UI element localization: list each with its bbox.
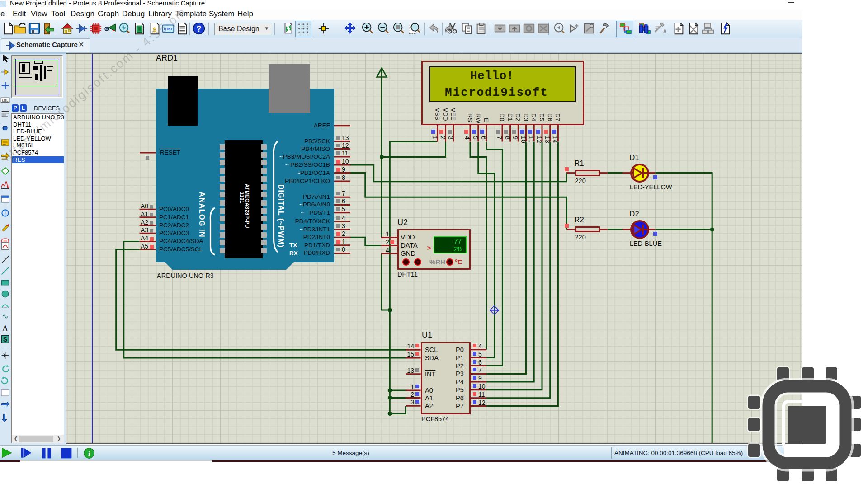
svg-text:LBL: LBL (2, 99, 9, 103)
svg-text:S: S (3, 336, 8, 343)
svg-text:i: i (88, 450, 90, 457)
svg-text:A: A (2, 324, 9, 333)
svg-text:A: A (663, 28, 667, 35)
svg-text:?: ? (197, 24, 202, 33)
